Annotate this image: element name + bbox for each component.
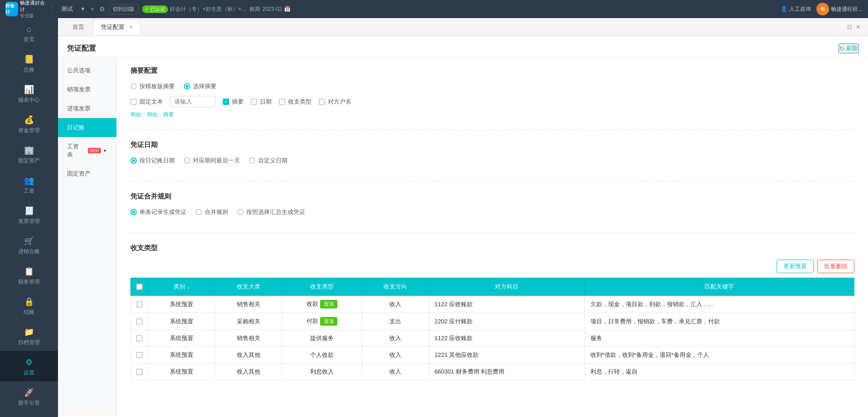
tag-btn-0[interactable]: 置顶	[320, 300, 337, 308]
radio-aggregate[interactable]: 按照选择汇总生成凭证	[237, 208, 305, 216]
config-sidebar-fixed-assets[interactable]: 固定资产	[58, 164, 116, 183]
select-all-checkbox[interactable]	[136, 284, 143, 290]
refresh-button[interactable]: ↻ 刷新	[839, 43, 859, 53]
sidebar-item-funds[interactable]: 💰 资金管理	[0, 109, 58, 139]
checkbox-box-income-type	[279, 99, 285, 105]
checkbox-box-summary: ✓	[223, 99, 229, 105]
summary-checkbox-group: 固定文本 ✓ 摘要 日期	[130, 96, 854, 107]
page-header: 凭证配置 ↻ 刷新	[58, 36, 868, 57]
radio-period-last[interactable]: 对应期间最后一天	[184, 156, 240, 165]
radio-template-summary[interactable]: 按模板版摘要	[130, 82, 175, 90]
row-direction-3: 收入	[362, 347, 429, 364]
sidebar-item-reports[interactable]: 📊 报表中心	[0, 78, 58, 109]
th-category: 类别 ↓	[149, 278, 215, 296]
settings-icon[interactable]: ⚙	[99, 5, 105, 13]
th-sub-type: 收支类型	[282, 278, 362, 296]
checkbox-summary[interactable]: ✓ 摘要	[223, 98, 244, 106]
tab-home[interactable]: 首页	[65, 20, 91, 34]
tab-close-icon[interactable]: ✕	[129, 24, 133, 30]
sidebar-item-tax[interactable]: 📋 税务管理	[0, 260, 58, 290]
tab-voucher-config[interactable]: 凭证配置 ✕	[93, 20, 141, 34]
calendar-icon[interactable]: 📅	[284, 6, 291, 12]
radio-custom-date[interactable]: 自定义日期	[249, 156, 288, 165]
checkbox-counterpart-name[interactable]: 对方户名	[319, 98, 351, 106]
date-section: 凭证日期 按日记账日期 对应期间最后一天	[130, 141, 854, 181]
content-area: 首页 凭证配置 ✕ ⊡ ✕ 凭证配置 ↻ 刷新	[58, 18, 868, 417]
config-sidebar-purchase[interactable]: 进项发票	[58, 99, 116, 118]
radio-single-record[interactable]: 单条记录生成凭证	[130, 208, 187, 216]
batch-delete-button[interactable]: 批量删除	[817, 260, 854, 273]
settings-sidebar-icon: ⚙	[25, 357, 33, 367]
sidebar-item-payroll[interactable]: 👥 工资	[0, 169, 58, 199]
edition-label: 好会计（专）+好生意（标）+...	[170, 5, 246, 13]
th-main-type: 收支大类	[215, 278, 282, 296]
table-row: 系统预置 收入其他 个人收款 收入 1221 其他应收款 收到*借款，收到*备用…	[131, 347, 854, 364]
row-keywords-4: 利息，行转，返自	[585, 364, 854, 380]
radio-journal-date[interactable]: 按日记账日期	[130, 156, 175, 165]
config-sidebar-payroll[interactable]: 工资表 NEW ▼	[58, 137, 116, 164]
tag-btn-1[interactable]: 置顶	[320, 317, 337, 326]
invoices-icon: 🧾	[24, 206, 34, 216]
row-checkbox-2[interactable]	[136, 335, 143, 341]
merge-rule-radio-group: 单条记录生成凭证 合并规则 按照选择汇总生成凭证	[130, 208, 854, 216]
badges-area: ✓ 已认证 好会计（专）+好生意（标）+...	[142, 5, 246, 13]
sidebar-item-ledger[interactable]: 📒 总账	[0, 48, 58, 78]
switch-version-button[interactable]: 切到旧版	[109, 4, 139, 14]
user-area[interactable]: 畅 畅捷通旺旺...	[816, 3, 863, 15]
example-text: 例如：例如：摘要	[130, 111, 854, 118]
row-checkbox-cell-0[interactable]	[131, 296, 149, 313]
th-direction: 收支方向	[362, 278, 429, 296]
radio-select-summary[interactable]: 选择摘要	[184, 82, 216, 90]
config-main: 摘要配置 按模板版摘要 选择摘要	[117, 57, 868, 416]
archive-icon: 📁	[24, 327, 34, 337]
checkbox-date[interactable]: 日期	[251, 98, 272, 106]
sidebar-item-purchase[interactable]: 🛒 进销台账	[0, 230, 58, 260]
main-layout: ⌂ 首页 📒 总账 📊 报表中心 💰 资金管理 🏢 固定资产 👥 工资 🧾 发票…	[0, 18, 868, 417]
ledger-icon: 📒	[24, 54, 34, 64]
update-preset-button[interactable]: 更新预置	[777, 260, 814, 273]
sidebar: ⌂ 首页 📒 总账 📊 报表中心 💰 资金管理 🏢 固定资产 👥 工资 🧾 发票…	[0, 18, 58, 417]
row-account-4: 660301 财务费用 利息费用	[429, 364, 585, 380]
row-sub-type-4: 利息收入	[282, 364, 362, 380]
checkbox-fixed-text[interactable]: 固定文本	[130, 98, 163, 106]
row-checkbox-cell-4[interactable]	[131, 364, 149, 380]
row-checkbox-0[interactable]	[136, 301, 143, 308]
th-select-all[interactable]	[131, 278, 149, 296]
radio-merge-rule[interactable]: 合并规则	[196, 208, 228, 216]
config-sidebar-sales[interactable]: 销项发票	[58, 80, 116, 99]
config-layout: 公共选项 销项发票 进项发票 日记账 工资表 NEW ▼	[58, 57, 868, 416]
checkbox-income-type[interactable]: 收支类型	[279, 98, 312, 106]
row-checkbox-cell-3[interactable]	[131, 347, 149, 364]
support-link[interactable]: 👤 人工咨询	[781, 5, 811, 13]
add-icon[interactable]: ＋	[89, 5, 96, 13]
radio-circle-template	[130, 83, 137, 90]
sidebar-item-closing[interactable]: 🔒 结账	[0, 290, 58, 321]
tab-close-window-icon[interactable]: ✕	[856, 24, 861, 30]
tax-icon: 📋	[24, 266, 34, 276]
row-keywords-2: 服务	[585, 330, 854, 347]
checkbox-box-fixed-text	[130, 99, 137, 105]
merge-rule-title: 凭证合并规则	[130, 192, 854, 201]
sidebar-item-settings[interactable]: ⚙ 设置	[0, 351, 58, 381]
row-checkbox-3[interactable]	[136, 352, 143, 358]
row-checkbox-cell-2[interactable]	[131, 330, 149, 347]
tab-restore-icon[interactable]: ⊡	[847, 24, 852, 30]
row-checkbox-cell-1[interactable]	[131, 313, 149, 330]
sidebar-item-home[interactable]: ⌂ 首页	[0, 18, 58, 48]
config-sidebar-journal[interactable]: 日记账	[58, 118, 116, 137]
sidebar-item-archive[interactable]: 📁 归档管理	[0, 321, 58, 351]
fixed-text-input[interactable]	[170, 96, 216, 107]
sidebar-item-member[interactable]: 👑 畅会员	[0, 412, 58, 417]
row-checkbox-1[interactable]	[136, 318, 143, 325]
table-row: 系统预置 销售相关 收款 置顶 收入 1122 应收账款 欠款，现金，项目款，到…	[131, 296, 854, 313]
summary-section: 摘要配置 按模板版摘要 选择摘要	[130, 66, 854, 130]
tab-controls: ⊡ ✕	[847, 24, 861, 30]
row-checkbox-4[interactable]	[136, 369, 143, 375]
sidebar-item-guide[interactable]: 🚀 新手引导	[0, 381, 58, 412]
tab-dropdown-arrow[interactable]: ▼	[80, 6, 86, 12]
payroll-icon: 👥	[24, 175, 34, 185]
radio-circle-journal-date	[130, 157, 137, 164]
sidebar-item-assets[interactable]: 🏢 固定资产	[0, 139, 58, 169]
sidebar-item-invoices[interactable]: 🧾 发票管理	[0, 199, 58, 230]
config-sidebar-public[interactable]: 公共选项	[58, 61, 116, 80]
